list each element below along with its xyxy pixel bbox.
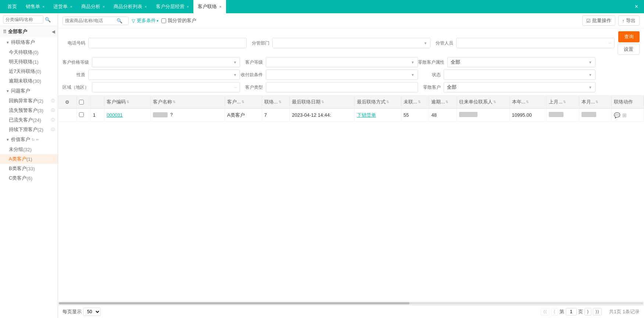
setting-button[interactable]: 设置 [618, 44, 640, 55]
sidebar-item-repurchase-abnormal[interactable]: 回购异常客户 (2) ⓘ [0, 96, 58, 106]
col-contact-person[interactable]: 往来单位联系人 ⇅ [457, 96, 510, 109]
sidebar-item-class-a[interactable]: A类客户 (1) [0, 154, 58, 164]
retail-customer-select[interactable]: 全部 ▼ [444, 82, 595, 92]
window-close-button[interactable]: × [632, 3, 641, 10]
total-label: 共1页 1条记录 [609, 308, 640, 315]
cell-gear [58, 109, 76, 122]
sidebar-group-value[interactable]: ▼ 价值客户 ↻ ✏ [0, 134, 58, 145]
status-select[interactable]: ▼ [444, 70, 595, 80]
sidebar-item-churned[interactable]: 已流失客户 (24) ⓘ [0, 115, 58, 125]
more-filters-button[interactable]: ▽ 更多条件 ▾ [132, 17, 158, 24]
info-icon-3: ⓘ [51, 117, 55, 123]
per-page-select[interactable]: 50 [83, 308, 101, 316]
price-grade-chevron-icon: ▼ [233, 60, 237, 64]
col-customer-code[interactable]: 客户编码 ⇅ [104, 96, 151, 109]
status-label: 状态 [418, 72, 444, 78]
horizontal-scrollbar[interactable] [58, 301, 644, 305]
close-product-analysis-tab[interactable]: × [103, 4, 105, 9]
nav-customer-tier[interactable]: 客户分层经营 × [151, 0, 193, 13]
close-customer-tier-tab[interactable]: × [187, 4, 189, 9]
nav-home[interactable]: 首页 [3, 0, 21, 13]
my-customers-checkbox[interactable] [161, 18, 166, 23]
col-last-month[interactable]: 上月... ⇅ [547, 96, 579, 109]
last-page-button[interactable]: ⟩⟩ [593, 308, 602, 315]
payment-select[interactable]: ▼ [266, 70, 418, 80]
sidebar-item-class-b[interactable]: B类客户 (33) [0, 164, 58, 173]
batch-op-icon: ☑ [586, 18, 591, 24]
select-all-checkbox[interactable] [79, 100, 84, 105]
col-last-contact-method[interactable]: 最后联络方式 ⇅ [354, 96, 401, 109]
chat-icon[interactable]: 💬 [614, 112, 620, 118]
sidebar-search-icon[interactable]: 🔍 [45, 17, 51, 22]
cell-code[interactable]: 000031 [104, 109, 151, 122]
close-product-analysis-list-tab[interactable]: × [144, 4, 147, 9]
retail-attr-select[interactable]: 全部 ▼ [447, 57, 595, 67]
nav-product-analysis[interactable]: 商品分析 × [77, 0, 109, 13]
sidebar-item-today[interactable]: 今天待联络 (0) [0, 47, 58, 57]
nav-purchase[interactable]: 进货单 × [49, 0, 76, 13]
sort-thismonth-icon: ⇅ [595, 100, 598, 104]
phone-input[interactable] [88, 38, 247, 48]
refresh-icon[interactable]: ↻ [32, 138, 35, 142]
nature-chevron-icon: ▼ [233, 73, 237, 77]
export-button[interactable]: ↑ 导出 [618, 15, 640, 26]
page-input[interactable] [566, 308, 577, 315]
filter-funnel-icon: ▽ [132, 18, 135, 24]
first-page-button[interactable]: ⟨⟨ [541, 308, 550, 315]
col-last-contact-date[interactable]: 最后联络日期 ⇅ [290, 96, 354, 109]
table-container: ⚙ 客户编码 [58, 96, 644, 301]
phone-label: 电话号码 [62, 40, 88, 46]
qr-icon[interactable]: ⊞ [622, 112, 627, 118]
batch-op-button[interactable]: ☑ 批量操作 [582, 15, 615, 26]
col-customer-type[interactable]: 客户... ⇅ [225, 96, 262, 109]
query-button[interactable]: 查询 [618, 31, 640, 42]
sidebar-item-unclassified[interactable]: 未分组 (32) [0, 145, 58, 154]
col-customer-name[interactable]: 客户名称 ⇅ [151, 96, 225, 109]
close-purchase-tab[interactable]: × [70, 4, 72, 9]
nature-select[interactable]: ▼ [88, 70, 240, 80]
col-this-month[interactable]: 本月... ⇅ [579, 96, 611, 109]
cell-contact-count: 7 [262, 109, 290, 122]
customer-type-input[interactable] [266, 82, 418, 92]
filter-row-1: 电话号码 分管部门 ▼ 分管人员 ··· 查询 [62, 31, 640, 55]
sidebar-all-customers[interactable]: ⠿ 全部客户 ◀ [0, 26, 58, 37]
filter-search-icon[interactable]: 🔍 [117, 18, 122, 24]
close-sales-tab[interactable]: × [42, 4, 44, 9]
gear-icon[interactable]: ⚙ [65, 99, 69, 105]
scrollbar-thumb[interactable] [59, 302, 409, 304]
col-overdue[interactable]: 逾期... ⇅ [429, 96, 457, 109]
manager-input[interactable]: ··· [456, 38, 615, 48]
filter-search-input[interactable] [65, 18, 117, 23]
per-page-container: 每页显示 50 [62, 308, 101, 316]
close-customer-contact-tab[interactable]: × [219, 4, 221, 9]
col-year-amount[interactable]: 本年... ⇅ [509, 96, 547, 109]
sidebar-search-input[interactable] [3, 15, 43, 24]
sidebar-item-overdue[interactable]: 逾期未联络 (30) [0, 76, 58, 86]
info-icon-2: ⓘ [51, 108, 55, 113]
nav-customer-contact[interactable]: 客户联络 × [193, 0, 226, 13]
region-input[interactable]: ··· [92, 82, 240, 92]
nav-sales[interactable]: 销售单 × [21, 0, 49, 13]
dept-select[interactable]: ▼ [272, 38, 431, 48]
next-page-button[interactable]: ⟩ [584, 308, 591, 315]
sidebar-item-class-c[interactable]: C类客户 (6) [0, 173, 58, 183]
prev-page-button[interactable]: ⟨ [551, 308, 558, 315]
sidebar-item-declining[interactable]: 持续下滑客户 (2) ⓘ [0, 125, 58, 134]
price-grade-select[interactable]: ▼ [92, 57, 240, 67]
name-blurred [153, 112, 168, 117]
sidebar-group-problem[interactable]: ▼ 问题客户 [0, 86, 58, 96]
sidebar-item-7days[interactable]: 近7天待联络 (0) [0, 67, 58, 76]
edit-value-icon[interactable]: ✏ [36, 138, 39, 142]
customer-grade-select[interactable]: ▼ [266, 57, 418, 67]
col-contact-count[interactable]: 联络... ⇅ [262, 96, 290, 109]
filter-cell-payment: 收付款条件 ▼ [240, 70, 418, 80]
nav-product-analysis-list[interactable]: 商品分析列表 × [109, 0, 151, 13]
sort-method-icon: ⇅ [386, 100, 389, 104]
row-checkbox[interactable] [79, 112, 84, 117]
sidebar-group-pending[interactable]: ▼ 待联络客户 [0, 37, 58, 47]
sidebar-item-tomorrow[interactable]: 明天待联络 (1) [0, 57, 58, 67]
collapse-icon: ◀ [52, 29, 55, 34]
col-not-contacted[interactable]: 未联... ⇅ [401, 96, 429, 109]
triangle-icon: ▼ [6, 40, 10, 45]
sidebar-item-churn-warning[interactable]: 流失预警客户 (3) ⓘ [0, 106, 58, 115]
